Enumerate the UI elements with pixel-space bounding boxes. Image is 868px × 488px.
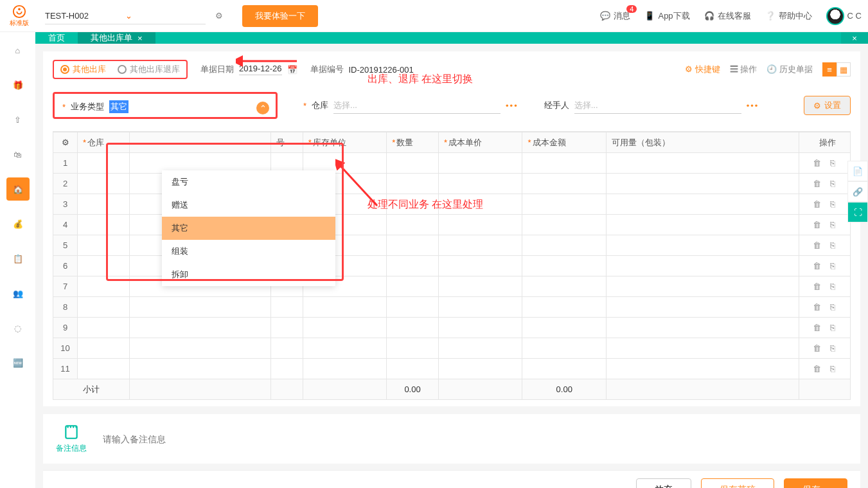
- delete-icon[interactable]: 🗑: [811, 343, 823, 354]
- table-row[interactable]: 8🗑⎘: [53, 297, 851, 318]
- col-warehouse: *仓库: [78, 132, 130, 153]
- dropdown-option[interactable]: 组装: [162, 240, 335, 263]
- operate-link[interactable]: ☰ 操作: [730, 64, 757, 75]
- nav-warehouse[interactable]: 🏠: [6, 177, 30, 201]
- copy-icon[interactable]: ⎘: [827, 343, 838, 354]
- view-grid[interactable]: ▦: [837, 62, 851, 77]
- chevron-down-icon: ▾: [824, 485, 829, 488]
- try-button[interactable]: 我要体验一下: [242, 5, 318, 27]
- col-settings[interactable]: ⚙: [53, 132, 78, 153]
- svg-point-0: [13, 5, 25, 17]
- nav-new[interactable]: 🆕: [6, 351, 30, 374]
- col-available: 可用量（包装）: [607, 132, 799, 153]
- outbound-type-radio-group: 其他出库 其他出库退库: [53, 60, 188, 79]
- nav-bag[interactable]: 🛍: [6, 143, 30, 166]
- help-link[interactable]: ❔ 帮助中心: [765, 10, 812, 22]
- history-link[interactable]: 🕘 历史单据: [766, 64, 813, 75]
- delete-icon[interactable]: 🗑: [811, 219, 823, 231]
- delete-icon[interactable]: 🗑: [811, 363, 823, 375]
- side-nav: ⌂ 🎁 ⇧ 🛍 🏠 💰 📋 👥 ◌ 🆕: [0, 32, 35, 488]
- table-row[interactable]: 9🗑⎘: [53, 318, 851, 338]
- nav-contacts[interactable]: 👥: [6, 282, 30, 305]
- dropdown-option[interactable]: 其它: [162, 217, 335, 240]
- tab-home[interactable]: 首页: [35, 32, 78, 44]
- delete-icon[interactable]: 🗑: [811, 260, 823, 272]
- col-code-suffix: 号: [270, 132, 303, 153]
- col-cost-amount: *成本金额: [522, 132, 607, 153]
- handler-field[interactable]: 经手人 选择... •••: [544, 98, 759, 114]
- delete-icon[interactable]: 🗑: [811, 178, 823, 190]
- app-download-link[interactable]: 📱 App下载: [644, 10, 689, 22]
- delete-icon[interactable]: 🗑: [811, 281, 823, 293]
- tabs-close-all[interactable]: ×: [841, 32, 868, 44]
- copy-icon[interactable]: ⎘: [827, 158, 838, 169]
- tenant-select[interactable]: TEST-H002 ⌄: [45, 8, 206, 24]
- top-bar: 标准版 TEST-H002 ⌄ ⚙ 我要体验一下 💬 消息 4 📱 App下载 …: [0, 0, 868, 32]
- more-icon[interactable]: •••: [747, 101, 759, 111]
- table-row[interactable]: 10🗑⎘: [53, 338, 851, 359]
- copy-icon[interactable]: ⎘: [827, 178, 838, 190]
- warehouse-field[interactable]: * 仓库 选择... •••: [303, 98, 518, 114]
- col-ops: 操作: [799, 132, 851, 153]
- nav-up[interactable]: ⇧: [6, 108, 30, 131]
- remark-icon: 备注信息: [56, 424, 87, 454]
- close-icon[interactable]: ×: [137, 33, 143, 43]
- copy-icon[interactable]: ⎘: [827, 302, 838, 313]
- help-icon: ❔: [765, 11, 775, 21]
- copy-icon[interactable]: ⎘: [827, 322, 838, 334]
- col-hidden: [129, 132, 270, 153]
- dock-note[interactable]: 📄: [847, 161, 868, 181]
- annotation-switch-hint: 出库、退库 在这里切换: [368, 73, 473, 86]
- nav-sync[interactable]: ◌: [6, 316, 30, 339]
- annotation-arrow-1: [236, 55, 300, 74]
- remark-input[interactable]: [103, 434, 847, 444]
- nav-home[interactable]: ⌂: [6, 39, 30, 62]
- delete-icon[interactable]: 🗑: [811, 302, 823, 313]
- user-menu[interactable]: C C: [826, 7, 862, 25]
- table-row[interactable]: 11🗑⎘: [53, 359, 851, 379]
- dock-link[interactable]: 🔗: [847, 181, 868, 202]
- copy-icon[interactable]: ⎘: [827, 281, 838, 293]
- dock-expand[interactable]: ⛶: [847, 202, 868, 222]
- dropdown-option[interactable]: 拆卸: [162, 263, 335, 286]
- copy-icon[interactable]: ⎘: [827, 199, 838, 210]
- delete-icon[interactable]: 🗑: [811, 322, 823, 334]
- more-icon[interactable]: •••: [506, 101, 518, 111]
- nav-money[interactable]: 💰: [6, 212, 30, 235]
- nav-clipboard[interactable]: 📋: [6, 247, 30, 270]
- settings-button[interactable]: ⚙ 设置: [804, 96, 851, 115]
- nav-gift[interactable]: 🎁: [6, 73, 30, 96]
- messages-link[interactable]: 💬 消息 4: [600, 10, 630, 22]
- radio-outbound-return[interactable]: 其他出库退库: [118, 64, 180, 75]
- radio-dot-icon: [118, 65, 127, 74]
- business-type-value: 其它: [109, 100, 128, 113]
- copy-icon[interactable]: ⎘: [827, 363, 838, 375]
- chevron-up-icon[interactable]: ⌃: [256, 102, 269, 114]
- radio-outbound[interactable]: 其他出库: [60, 64, 106, 75]
- save-button[interactable]: 保存 ▾: [784, 478, 847, 488]
- svg-point-1: [18, 8, 21, 10]
- gear-icon: ⚙: [813, 101, 821, 111]
- copy-icon[interactable]: ⎘: [827, 240, 838, 251]
- col-stock-unit: *库存单位: [303, 132, 387, 153]
- discard-button[interactable]: 放弃: [636, 478, 691, 488]
- copy-icon[interactable]: ⎘: [827, 260, 838, 272]
- logo: 标准版: [6, 3, 32, 29]
- tab-other-outbound[interactable]: 其他出库单 ×: [78, 32, 155, 44]
- copy-icon[interactable]: ⎘: [827, 219, 838, 231]
- message-icon: 💬: [600, 11, 610, 21]
- save-draft-button[interactable]: 保存草稿: [701, 478, 774, 488]
- right-dock: 📄 🔗 ⛶: [847, 161, 868, 222]
- dropdown-option[interactable]: 盘亏: [162, 170, 335, 194]
- delete-icon[interactable]: 🗑: [811, 158, 823, 169]
- delete-icon[interactable]: 🗑: [811, 199, 823, 210]
- footer-actions: 放弃 保存草稿 保存 ▾: [43, 470, 860, 488]
- service-link[interactable]: 🎧 在线客服: [704, 10, 751, 22]
- business-type-field[interactable]: * 业务类型 其它 ⌃: [53, 92, 278, 119]
- page-tabs: 首页 其他出库单 × ×: [35, 32, 868, 44]
- delete-icon[interactable]: 🗑: [811, 240, 823, 251]
- dropdown-option[interactable]: 赠送: [162, 194, 335, 217]
- gear-icon[interactable]: ⚙: [215, 11, 223, 21]
- view-list[interactable]: ≡: [822, 62, 837, 77]
- shortcut-link[interactable]: ⚙ 快捷键: [685, 64, 720, 75]
